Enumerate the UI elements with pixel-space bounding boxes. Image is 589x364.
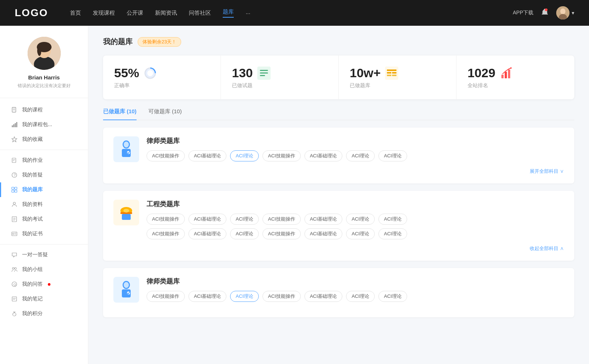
svg-rect-55 [387, 75, 391, 76]
sidebar-item-profile[interactable]: 我的资料 [0, 197, 88, 212]
nav-qbank[interactable]: 题库 [223, 8, 234, 18]
tag-1-11[interactable]: ACI基础理论 [304, 228, 343, 239]
svg-point-62 [124, 142, 129, 147]
tag-2-2[interactable]: ACI理论 [230, 291, 259, 302]
group-icon [11, 266, 18, 273]
sidebar-item-answering[interactable]: ? 我的答疑 [0, 168, 88, 182]
qbank-tags-2: ACI技能操作 ACI基础理论 ACI理论 ACI技能操作 ACI基础理论 AC… [147, 291, 564, 302]
svg-point-10 [37, 47, 40, 54]
tag-1-9[interactable]: ACI理论 [230, 228, 259, 239]
svg-rect-57 [501, 75, 504, 78]
tab-done-banks[interactable]: 已做题库 (10) [103, 108, 137, 120]
svg-rect-48 [260, 70, 268, 71]
tag-0-1[interactable]: ACI基础理论 [188, 150, 227, 161]
svg-rect-41 [12, 297, 17, 301]
tag-1-4[interactable]: ACI基础理论 [304, 214, 343, 225]
nav-news[interactable]: 新闻资讯 [155, 10, 177, 17]
expand-link-0[interactable]: 展开全部科目 ∨ [113, 168, 564, 175]
pie-icon [144, 67, 157, 80]
sidebar-item-points[interactable]: 我的积分 [0, 306, 88, 321]
svg-point-28 [13, 202, 15, 204]
sidebar-item-homework[interactable]: 我的作业 [0, 153, 88, 168]
tag-1-13[interactable]: ACI理论 [378, 228, 407, 239]
tag-1-0[interactable]: ACI技能操作 [147, 214, 185, 225]
tag-1-1[interactable]: ACI基础理论 [188, 214, 227, 225]
nav-qa[interactable]: 问答社区 [189, 10, 211, 17]
tag-2-5[interactable]: ACI理论 [346, 291, 375, 302]
nav-discover[interactable]: 发现课程 [93, 10, 115, 17]
notification-bell-icon[interactable] [541, 8, 549, 18]
stat-done-banks: 10w+ 已做题库 [339, 56, 456, 99]
main-layout: Brian Harris 错误的决定比没有决定要好 我的课程 我的课程包... [0, 26, 589, 364]
tab-available-banks[interactable]: 可做题库 (10) [148, 108, 182, 120]
page-title: 我的题库 [103, 37, 133, 47]
stat-value-rank: 1029 [468, 66, 495, 80]
tab-bar: 已做题库 (10) 可做题库 (10) [103, 108, 574, 120]
tag-1-12[interactable]: ACI理论 [346, 228, 375, 239]
profile-avatar [28, 37, 61, 70]
nav-opencourse[interactable]: 公开课 [127, 10, 143, 17]
sidebar-item-myqa[interactable]: Q 我的问答 [0, 277, 88, 292]
sidebar-item-qbank[interactable]: 我的题库 [0, 182, 88, 197]
stat-value-accuracy: 55% [114, 66, 139, 80]
sidebar-item-1on1[interactable]: 一对一答疑 [0, 247, 88, 262]
svg-rect-25 [15, 187, 17, 189]
tag-2-0[interactable]: ACI技能操作 [147, 291, 185, 302]
svg-rect-52 [387, 69, 396, 71]
qbank-body-1: 工程类题库 ACI技能操作 ACI基础理论 ACI理论 ACI技能操作 ACI基… [147, 200, 564, 239]
sidebar-item-notes[interactable]: 我的笔记 [0, 292, 88, 306]
sidebar-item-course[interactable]: 我的课程 [0, 103, 88, 117]
question-icon: ? [11, 172, 18, 178]
tag-0-0[interactable]: ACI技能操作 [147, 150, 185, 161]
sidebar-item-course-pkg[interactable]: 我的课程包... [0, 117, 88, 132]
sidebar-item-favorites[interactable]: 我的收藏 [0, 132, 88, 147]
tag-0-2[interactable]: ACI理论 [230, 150, 259, 161]
sidebar-item-exam[interactable]: 我的考试 [0, 212, 88, 226]
tag-0-6[interactable]: ACI理论 [378, 150, 407, 161]
logo: LOGO [15, 7, 48, 19]
qbank-tags-1-row1: ACI技能操作 ACI基础理论 ACI理论 ACI技能操作 ACI基础理论 AC… [147, 214, 564, 225]
nav-more[interactable]: ··· [246, 10, 250, 16]
tag-1-5[interactable]: ACI理论 [346, 214, 375, 225]
tag-2-3[interactable]: ACI技能操作 [262, 291, 301, 302]
user-avatar-wrap[interactable]: ▾ [556, 6, 574, 19]
tag-1-7[interactable]: ACI技能操作 [147, 228, 185, 239]
svg-rect-24 [12, 187, 14, 189]
svg-marker-18 [12, 137, 17, 142]
expand-link-1[interactable]: 收起全部科目 ∧ [113, 245, 564, 252]
nav-menu: 首页 发现课程 公开课 新闻资讯 问答社区 题库 ··· [70, 8, 498, 18]
tag-1-3[interactable]: ACI技能操作 [262, 214, 301, 225]
tag-1-2[interactable]: ACI理论 [230, 214, 259, 225]
app-download-button[interactable]: APP下载 [513, 10, 533, 16]
tag-0-4[interactable]: ACI基础理论 [304, 150, 343, 161]
tag-2-4[interactable]: ACI基础理论 [304, 291, 343, 302]
svg-point-2 [560, 8, 565, 14]
sidebar-item-group[interactable]: 我的小组 [0, 262, 88, 277]
qbank-tags-1-row2: ACI技能操作 ACI基础理论 ACI理论 ACI技能操作 ACI基础理论 AC… [147, 228, 564, 239]
navbar: LOGO 首页 发现课程 公开课 新闻资讯 问答社区 题库 ··· APP下载 … [0, 0, 589, 26]
svg-point-70 [124, 282, 129, 288]
tag-2-1[interactable]: ACI基础理论 [188, 291, 227, 302]
sidebar-profile: Brian Harris 错误的决定比没有决定要好 [0, 37, 88, 98]
tag-0-3[interactable]: ACI技能操作 [262, 150, 301, 161]
svg-text:?: ? [14, 173, 16, 177]
svg-point-0 [545, 8, 547, 11]
tag-1-10[interactable]: ACI技能操作 [262, 228, 301, 239]
navbar-right: APP下载 ▾ [513, 6, 574, 19]
tag-2-6[interactable]: ACI理论 [378, 291, 407, 302]
tag-1-8[interactable]: ACI基础理论 [188, 228, 227, 239]
stats-row: 55% 正确率 130 [103, 56, 574, 99]
tag-1-6[interactable]: ACI理论 [378, 214, 407, 225]
stat-value-banks: 10w+ [350, 66, 381, 80]
content-area: 我的题库 体验剩余23天！ 55% 正确 [88, 26, 589, 364]
tag-0-5[interactable]: ACI理论 [346, 150, 375, 161]
stat-label-banks: 已做题库 [350, 82, 445, 89]
person-icon [11, 201, 18, 208]
svg-rect-54 [392, 72, 396, 74]
qbank-card-2: 律师类题库 ACI技能操作 ACI基础理论 ACI理论 ACI技能操作 ACI基… [103, 268, 574, 317]
svg-rect-53 [387, 72, 391, 74]
svg-text:Q: Q [14, 283, 16, 286]
sidebar-item-cert[interactable]: 我的证书 [0, 226, 88, 241]
stat-rank: 1029 全站排名 [456, 56, 574, 99]
nav-home[interactable]: 首页 [70, 10, 81, 17]
